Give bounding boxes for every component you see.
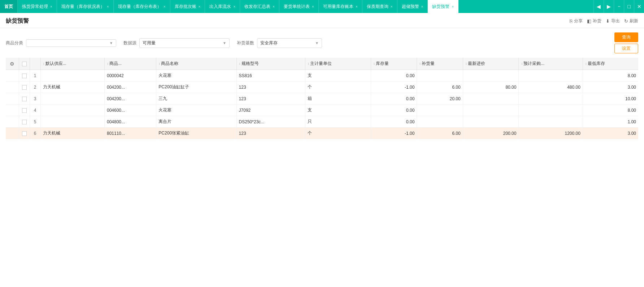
td-check	[19, 81, 30, 93]
replenish-icon: ◧	[587, 18, 591, 24]
nav-tab-10[interactable]: 超储预警×	[397, 0, 428, 13]
td-row-num: 6	[30, 128, 40, 139]
td-unit: 只	[305, 116, 371, 128]
tab-close-11[interactable]: ×	[452, 5, 454, 9]
row-checkbox[interactable]	[22, 131, 27, 136]
nav-next-btn[interactable]: ▶	[604, 0, 614, 13]
td-check	[19, 128, 30, 139]
tab-close-5[interactable]: ×	[233, 5, 235, 9]
row-checkbox[interactable]	[22, 74, 27, 78]
td-min-stock: 8.00	[583, 70, 638, 81]
query-button[interactable]: 查询	[614, 32, 638, 42]
tab-close-2[interactable]: ×	[107, 5, 109, 9]
row-checkbox[interactable]	[22, 85, 27, 90]
td-replenish-qty	[417, 70, 463, 81]
td-product-name: 三九	[156, 93, 236, 105]
settings-button[interactable]: 设置	[614, 44, 638, 53]
th-unit: ↕主计量单位	[305, 58, 371, 70]
table-row: 6力天机械801110...PC200张紧油缸123个-1.006.00200.…	[6, 128, 638, 139]
nav-tab-3[interactable]: 现存量（库存分布表）×	[114, 0, 170, 13]
td-product-code: 004200...	[104, 81, 156, 93]
replenish-base-chevron: ▼	[315, 41, 319, 45]
category-select[interactable]: ▼	[26, 39, 116, 47]
settings-gear-icon[interactable]: ⚙	[10, 61, 14, 67]
td-settings	[6, 128, 19, 139]
nav-tab-7[interactable]: 要货单统计表×	[279, 0, 319, 13]
filter-area: 商品分类 ▼ 数据源 可用量 ▼ 补货基数 安全库存 ▼ 查询 设置	[0, 28, 644, 58]
nav-tab-0[interactable]: 首页	[0, 0, 18, 13]
td-product-code: 801110...	[104, 128, 156, 139]
top-navigation: 首页拣货异常处理×现存量（库存状况表）×现存量（库存分布表）×库存批次账×出入库…	[0, 0, 644, 13]
td-spec: 123	[236, 93, 305, 105]
th-latest-price: ↕最新进价	[463, 58, 519, 70]
row-checkbox[interactable]	[22, 120, 27, 124]
td-replenish-qty	[417, 105, 463, 116]
nav-tab-2[interactable]: 现存量（库存状况表）×	[57, 0, 114, 13]
nav-tab-6[interactable]: 收发存汇总表×	[240, 0, 279, 13]
export-icon: ⬇	[606, 18, 610, 24]
tab-close-9[interactable]: ×	[391, 5, 393, 9]
data-table-container: ⚙ ↕默认供应... ↕商品... ↕商品名称 ↕规格型号 ↕主计量单位 ↕库存…	[0, 58, 644, 139]
td-estimated-purchase	[519, 116, 583, 128]
td-stock: 0.00	[371, 105, 417, 116]
tab-close-7[interactable]: ×	[312, 5, 314, 9]
select-all-checkbox[interactable]	[22, 62, 27, 66]
share-button[interactable]: ⎘ 分享	[570, 18, 583, 24]
category-label: 商品分类	[6, 40, 23, 46]
nav-maximize-btn[interactable]: □	[624, 0, 634, 13]
tab-close-8[interactable]: ×	[356, 5, 358, 9]
td-unit: 个	[305, 81, 371, 93]
td-check	[19, 70, 30, 81]
refresh-icon: ↻	[624, 18, 628, 24]
tab-close-1[interactable]: ×	[50, 5, 52, 9]
nav-minimize-btn[interactable]: －	[614, 0, 624, 13]
nav-tab-4[interactable]: 库存批次账×	[170, 0, 205, 13]
td-replenish-qty	[417, 116, 463, 128]
nav-tab-1[interactable]: 拣货异常处理×	[18, 0, 57, 13]
tab-close-6[interactable]: ×	[273, 5, 275, 9]
td-default-supplier: 力天机械	[40, 81, 104, 93]
td-default-supplier: 力天机械	[40, 128, 104, 139]
th-estimated-purchase: ↕预计采购...	[519, 58, 583, 70]
td-product-name: 离合片	[156, 116, 236, 128]
td-row-num: 5	[30, 116, 40, 128]
nav-tab-5[interactable]: 出入库流水×	[205, 0, 240, 13]
td-stock: 0.00	[371, 116, 417, 128]
export-button[interactable]: ⬇ 导出	[606, 18, 620, 24]
nav-prev-btn[interactable]: ◀	[593, 0, 604, 13]
td-min-stock: 3.00	[583, 81, 638, 93]
row-checkbox[interactable]	[22, 97, 27, 101]
td-row-num: 2	[30, 81, 40, 93]
td-latest-price: 80.00	[463, 81, 519, 93]
td-unit: 个	[305, 128, 371, 139]
td-spec: 123	[236, 81, 305, 93]
refresh-button[interactable]: ↻ 刷新	[624, 18, 638, 24]
tab-close-10[interactable]: ×	[421, 5, 423, 9]
replenish-base-select[interactable]: 安全库存 ▼	[257, 38, 322, 48]
share-icon: ⎘	[570, 18, 573, 24]
tab-close-4[interactable]: ×	[199, 5, 201, 9]
nav-tab-8[interactable]: 可用量库存账本×	[319, 0, 362, 13]
nav-close-btn[interactable]: ✕	[634, 0, 644, 13]
td-row-num: 1	[30, 70, 40, 81]
export-label: 导出	[611, 18, 620, 24]
td-settings	[6, 93, 19, 105]
nav-tab-11[interactable]: 缺货预警×	[428, 0, 458, 13]
replenish-button[interactable]: ◧ 补货	[587, 18, 601, 24]
row-checkbox[interactable]	[22, 108, 27, 113]
table-header: ⚙ ↕默认供应... ↕商品... ↕商品名称 ↕规格型号 ↕主计量单位 ↕库存…	[6, 58, 638, 70]
category-filter-group: 商品分类 ▼	[6, 39, 116, 47]
td-estimated-purchase	[519, 93, 583, 105]
share-label: 分享	[574, 18, 583, 24]
th-replenish-qty: ↕补货量	[417, 58, 463, 70]
td-estimated-purchase: 480.00	[519, 81, 583, 93]
td-product-code: 0000042	[104, 70, 156, 81]
td-estimated-purchase: 1200.00	[519, 128, 583, 139]
table-row: 2力天机械004200...PC200油缸缸子123个-1.006.0080.0…	[6, 81, 638, 93]
tab-close-3[interactable]: ×	[164, 5, 166, 9]
td-default-supplier	[40, 70, 104, 81]
datasource-select[interactable]: 可用量 ▼	[139, 38, 230, 48]
td-spec: DS250*23c...	[236, 116, 305, 128]
td-min-stock: 10.00	[583, 93, 638, 105]
nav-tab-9[interactable]: 保质期查询×	[362, 0, 397, 13]
